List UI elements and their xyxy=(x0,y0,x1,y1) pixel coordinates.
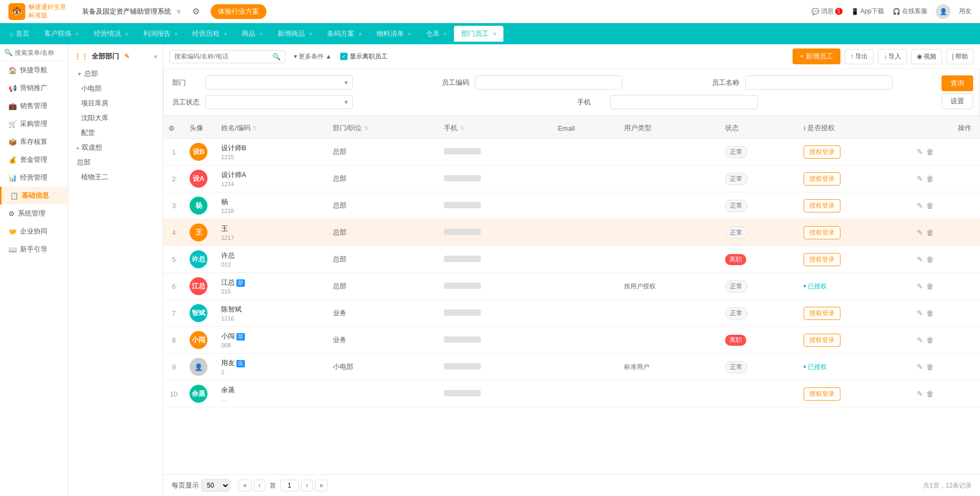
dept-item-general2[interactable]: 总部 xyxy=(68,155,163,170)
page-size-select[interactable]: 50 100 200 xyxy=(201,479,230,492)
delete-button[interactable]: 🗑 xyxy=(926,390,934,398)
online-service-btn[interactable]: 🎧 在线客服 xyxy=(893,7,927,16)
sidebar-item-finance[interactable]: 💰 资金管理 xyxy=(0,151,68,169)
close-icon[interactable]: × xyxy=(444,31,447,37)
delete-button[interactable]: 🗑 xyxy=(926,363,934,371)
app-download-btn[interactable]: 📱 App下载 xyxy=(851,7,884,16)
import-button[interactable]: ↓ 导入 xyxy=(878,49,907,64)
dept-item-shenyang[interactable]: 沈阳大库 xyxy=(68,111,163,125)
auth-button[interactable]: 授权登录 xyxy=(804,199,840,212)
close-icon[interactable]: × xyxy=(359,31,362,37)
next-page-btn[interactable]: › xyxy=(301,480,313,491)
edit-button[interactable]: ✎ xyxy=(917,336,923,344)
employee-search-input[interactable] xyxy=(174,53,270,60)
edit-button[interactable]: ✎ xyxy=(917,363,923,371)
tab-business[interactable]: 经营情况 × xyxy=(86,26,136,42)
empname-input[interactable] xyxy=(745,75,893,90)
auth-button[interactable]: 授权登录 xyxy=(804,307,840,320)
close-icon[interactable]: × xyxy=(224,31,227,37)
sidebar-item-purchase[interactable]: 🛒 采购管理 xyxy=(0,115,68,133)
sidebar-search-input[interactable] xyxy=(15,49,64,56)
dept-item-plantwang[interactable]: 植物王二 xyxy=(68,170,163,184)
edit-button[interactable]: ✎ xyxy=(917,282,923,290)
tab-goods[interactable]: 商品 × xyxy=(234,26,270,42)
gear-icon[interactable]: ⚙ xyxy=(186,2,205,21)
empstatus-select[interactable]: ▾ xyxy=(205,95,353,109)
close-icon[interactable]: × xyxy=(408,31,411,37)
auth-button[interactable]: 授权登录 xyxy=(804,334,840,347)
tab-process[interactable]: 经营历程 × xyxy=(185,26,234,42)
more-filter-btn[interactable]: ▾ 更多条件 ▲ xyxy=(290,50,336,63)
sidebar-item-inventory[interactable]: 📦 库存核算 xyxy=(0,133,68,151)
tab-material[interactable]: 物料清单 × xyxy=(369,26,419,42)
delete-button[interactable]: 🗑 xyxy=(926,336,934,344)
export-button[interactable]: ↑ 导出 xyxy=(845,49,874,64)
delete-button[interactable]: 🗑 xyxy=(926,201,934,210)
close-icon[interactable]: × xyxy=(493,31,496,37)
query-button[interactable]: 查询 xyxy=(942,75,973,91)
more-button[interactable]: | 帮助 xyxy=(946,49,974,64)
first-page-btn[interactable]: « xyxy=(239,480,252,491)
close-icon[interactable]: × xyxy=(76,31,79,37)
edit-button[interactable]: ✎ xyxy=(917,228,923,237)
auth-button[interactable]: 授权登录 xyxy=(804,253,840,266)
message-btn[interactable]: 💬 消息 5 xyxy=(811,7,843,16)
delete-button[interactable]: 🗑 xyxy=(926,309,934,317)
dept-item-project-room[interactable]: 项目库房 xyxy=(68,96,163,111)
sidebar-item-guide[interactable]: 📖 新手引导 xyxy=(0,240,68,258)
delete-button[interactable]: 🗑 xyxy=(926,228,934,237)
edit-button[interactable]: ✎ xyxy=(917,201,923,210)
delete-button[interactable]: 🗑 xyxy=(926,255,934,264)
reset-button[interactable]: 设置 xyxy=(942,93,973,109)
phone-input[interactable] xyxy=(610,95,758,109)
tab-home[interactable]: ⌂ 首页 xyxy=(2,26,37,42)
auth-button[interactable]: 授权登录 xyxy=(804,172,840,186)
auth-button[interactable]: 授权登录 xyxy=(804,387,840,401)
edit-button[interactable]: ✎ xyxy=(917,255,923,264)
sidebar-item-basic[interactable]: 📋 基础信息 xyxy=(0,187,68,205)
auth-button[interactable]: 授权登录 xyxy=(804,145,840,159)
dept-item-double[interactable]: ▸ 双虚想 xyxy=(68,140,163,155)
delete-button[interactable]: 🗑 xyxy=(926,174,934,183)
add-employee-button[interactable]: + 新增员工 xyxy=(793,48,840,64)
sort-icon[interactable]: ⇅ xyxy=(460,125,464,131)
dept-item-general[interactable]: ▼ 总部 xyxy=(68,66,163,81)
close-icon[interactable]: × xyxy=(309,31,312,37)
tab-department[interactable]: 部门员工 × xyxy=(454,26,503,42)
dept-item-small-elec[interactable]: 小电部 xyxy=(68,81,163,96)
dept-collapse-btn[interactable]: « xyxy=(154,53,157,60)
last-page-btn[interactable]: » xyxy=(315,480,328,491)
sidebar-item-system[interactable]: ⚙ 系统管理 xyxy=(0,205,68,222)
empcode-input[interactable] xyxy=(475,75,622,90)
edit-button[interactable]: ✎ xyxy=(917,390,923,398)
tab-customer[interactable]: 客户联络 × xyxy=(37,26,86,42)
delete-button[interactable]: 🗑 xyxy=(926,148,934,156)
sort-icon[interactable]: ⇅ xyxy=(364,125,369,131)
close-icon[interactable]: × xyxy=(260,31,263,37)
edit-button[interactable]: ✎ xyxy=(917,148,923,156)
view-button[interactable]: ◉ 视频 xyxy=(911,49,942,64)
auth-button[interactable]: 授权登录 xyxy=(804,226,840,239)
edit-button[interactable]: ✎ xyxy=(917,309,923,317)
sort-icon[interactable]: ⇅ xyxy=(252,125,257,131)
show-resigned-checkbox[interactable]: ✓ xyxy=(340,53,348,60)
dropdown-arrow-icon[interactable]: ▾ xyxy=(176,6,181,17)
table-settings-icon[interactable]: ⚙ xyxy=(169,124,175,132)
user-avatar[interactable]: 👤 xyxy=(936,4,951,19)
tab-profit[interactable]: 利润报告 × xyxy=(136,26,185,42)
tab-barcode[interactable]: 条码方案 × xyxy=(320,26,369,42)
tab-newgoods[interactable]: 新增商品 × xyxy=(270,26,320,42)
edit-button[interactable]: ✎ xyxy=(917,174,923,183)
sidebar-item-sales[interactable]: 💼 销售管理 xyxy=(0,97,68,115)
sidebar-item-operations[interactable]: 📊 经营管理 xyxy=(0,169,68,187)
trial-button[interactable]: 体验行业方案 xyxy=(211,4,266,19)
dept-select[interactable]: ▾ xyxy=(205,75,353,90)
close-icon[interactable]: × xyxy=(175,31,178,37)
sidebar-item-marketing[interactable]: 📢 营销推广 xyxy=(0,79,68,97)
sidebar-item-enterprise[interactable]: 🤝 企业协同 xyxy=(0,222,68,240)
page-number-input[interactable] xyxy=(280,480,299,491)
search-icon[interactable]: 🔍 xyxy=(272,53,281,61)
close-icon[interactable]: × xyxy=(125,31,128,37)
show-resigned-wrap[interactable]: ✓ 显示离职员工 xyxy=(340,52,388,61)
sidebar-item-quick-nav[interactable]: 🏠 快捷导航 xyxy=(0,61,68,79)
